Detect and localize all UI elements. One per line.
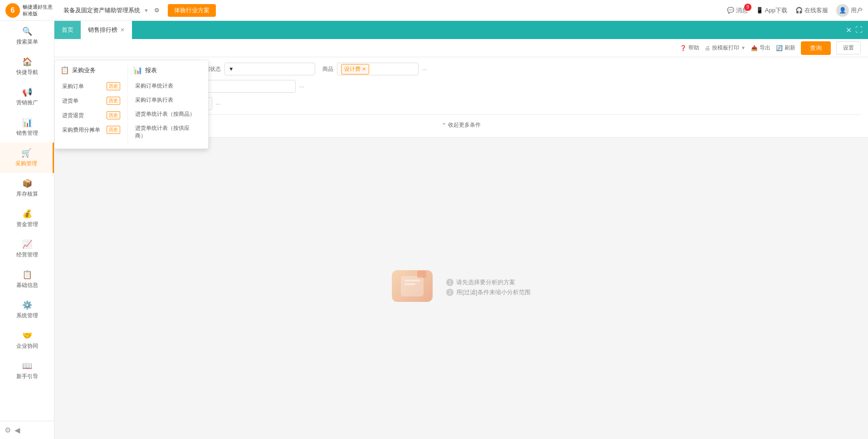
headset-icon: 🎧 bbox=[795, 7, 803, 14]
query-button[interactable]: 查询 bbox=[801, 41, 831, 55]
goods-tag-close[interactable]: ✕ bbox=[362, 66, 366, 72]
sidebar-item-purchase[interactable]: 🛒 采购管理 bbox=[0, 143, 54, 173]
empty-tip-1: 1 请先选择要分析的方案 bbox=[446, 278, 530, 286]
sidebar-item-basic[interactable]: 📋 基础信息 bbox=[0, 264, 54, 295]
history-badge-2: 历史 bbox=[107, 97, 120, 105]
header-right: 💬 消息 9 📱 App下载 🎧 在线客服 👤 用户 bbox=[727, 4, 863, 17]
collapse-sidebar-icon[interactable]: ◀ bbox=[15, 426, 20, 434]
marketing-icon: 📢 bbox=[22, 87, 32, 97]
sidebar-item-nav[interactable]: 🏠 快捷导航 bbox=[0, 51, 54, 82]
message-button[interactable]: 💬 消息 9 bbox=[727, 6, 748, 15]
tab-bar: 首页 销售排行榜 ✕ ✕ ⛶ bbox=[54, 21, 868, 39]
logo-area: 6 畅捷通好生意 标准版 bbox=[5, 3, 60, 18]
refresh-button[interactable]: 🔄 刷新 bbox=[776, 44, 795, 52]
top-header: 6 畅捷通好生意 标准版 装备及固定资产辅助管理系统 ▼ ⚙ 体验行业方案 💬 … bbox=[0, 0, 868, 21]
main-content: 1 请先选择要分析的方案 2 用[过滤]条件来缩小分析范围 bbox=[54, 138, 868, 439]
dropdown-menu: 📋 采购业务 采购订单 历史 进货单 历史 进货退货 历史 bbox=[54, 60, 209, 149]
collapse-button[interactable]: ⌃ 收起更多条件 bbox=[439, 118, 483, 132]
goods-tag: 设计费 ✕ bbox=[341, 64, 369, 74]
empty-tip-2: 2 用[过滤]条件来缩小分析范围 bbox=[446, 288, 530, 296]
sidebar-item-finance[interactable]: 💰 资金管理 bbox=[0, 203, 54, 234]
sidebar: 🔍 搜索菜单 🏠 快捷导航 📢 营销推广 📊 销售管理 🛒 采购管理 📦 库存核… bbox=[0, 21, 54, 439]
goods-filter: 商品 设计费 ✕ ··· bbox=[322, 63, 427, 75]
sales-icon: 📊 bbox=[22, 118, 32, 128]
refresh-icon: 🔄 bbox=[776, 45, 783, 51]
message-icon: 💬 bbox=[727, 7, 734, 14]
sidebar-item-system[interactable]: ⚙️ 系统管理 bbox=[0, 295, 54, 325]
sidebar-item-sales[interactable]: 📊 销售管理 bbox=[0, 112, 54, 143]
tip-num-1: 1 bbox=[446, 279, 454, 286]
history-badge-3: 历史 bbox=[107, 111, 120, 119]
print-button[interactable]: 🖨 按模板打印 ▼ bbox=[705, 44, 746, 52]
salesperson-more-icon[interactable]: ··· bbox=[299, 83, 304, 90]
tab-maximize-icon[interactable]: ⛶ bbox=[855, 26, 863, 34]
menu-item-incoming[interactable]: 进货单 历史 bbox=[60, 94, 122, 108]
app-download-button[interactable]: 📱 App下载 bbox=[756, 6, 787, 15]
goods-more-icon[interactable]: ··· bbox=[422, 66, 427, 73]
customer-more-icon[interactable]: ··· bbox=[216, 100, 221, 107]
sidebar-item-inventory[interactable]: 📦 库存核算 bbox=[0, 173, 54, 203]
collapse-up-icon: ⌃ bbox=[442, 122, 446, 128]
content-area: 首页 销售排行榜 ✕ ✕ ⛶ ❓ 帮助 🖨 按模板打印 ▼ 📤 bbox=[54, 21, 868, 439]
operations-icon: 📈 bbox=[22, 239, 32, 249]
tab-close-all-icon[interactable]: ✕ bbox=[846, 26, 852, 35]
goods-input[interactable]: 设计费 ✕ bbox=[337, 63, 419, 75]
system-title-area: 装备及固定资产辅助管理系统 ▼ ⚙ 体验行业方案 bbox=[63, 4, 216, 17]
print-icon: 🖨 bbox=[705, 45, 710, 51]
empty-illustration bbox=[392, 270, 437, 306]
message-badge: 9 bbox=[744, 4, 751, 11]
settings-button[interactable]: 设置 bbox=[836, 41, 861, 54]
title-dropdown-icon[interactable]: ▼ bbox=[144, 8, 149, 13]
tab-sales-ranking[interactable]: 销售排行榜 ✕ bbox=[81, 21, 132, 39]
menu-item-incoming-by-supplier[interactable]: 进货单统计表（按供应商） bbox=[133, 121, 201, 143]
menu-item-purchase-fee[interactable]: 采购费用分摊单 历史 bbox=[60, 123, 122, 137]
tab-home[interactable]: 首页 bbox=[54, 21, 81, 39]
search-icon: 🔍 bbox=[22, 26, 32, 36]
menu-section-report: 📊 报表 采购订单统计表 采购订单执行表 进货单统计表（按商品） 进货单统计表（… bbox=[127, 66, 207, 143]
empty-state: 1 请先选择要分析的方案 2 用[过滤]条件来缩小分析范围 bbox=[392, 270, 530, 306]
menu-item-incoming-return[interactable]: 进货退货 历史 bbox=[60, 108, 122, 123]
tab-close-icon[interactable]: ✕ bbox=[120, 27, 125, 33]
menu-section2-header: 📊 报表 bbox=[133, 66, 201, 74]
sidebar-item-marketing[interactable]: 📢 营销推广 bbox=[0, 82, 54, 112]
user-button[interactable]: 👤 用户 bbox=[836, 4, 863, 17]
phone-icon: 📱 bbox=[756, 7, 763, 14]
sidebar-item-guide[interactable]: 📖 新手引导 bbox=[0, 355, 54, 386]
status-filter: 单据状态 ▼ bbox=[199, 63, 315, 75]
export-icon: 📤 bbox=[751, 45, 758, 51]
system-icon: ⚙️ bbox=[22, 300, 32, 310]
purchase-icon: 🛒 bbox=[21, 148, 31, 158]
gear-icon[interactable]: ⚙ bbox=[154, 7, 160, 14]
menu-item-incoming-by-goods[interactable]: 进货单统计表（按商品） bbox=[133, 107, 201, 121]
help-icon: ❓ bbox=[680, 45, 687, 51]
finance-icon: 💰 bbox=[22, 209, 32, 219]
help-button[interactable]: ❓ 帮助 bbox=[680, 44, 699, 52]
empty-tips: 1 请先选择要分析的方案 2 用[过滤]条件来缩小分析范围 bbox=[446, 278, 530, 298]
sidebar-item-search[interactable]: 🔍 搜索菜单 bbox=[0, 21, 54, 51]
sidebar-item-cooperation[interactable]: 🤝 企业协同 bbox=[0, 325, 54, 355]
menu-item-purchase-order-exec[interactable]: 采购订单执行表 bbox=[133, 93, 201, 107]
industry-button[interactable]: 体验行业方案 bbox=[168, 4, 216, 17]
menu-section1-header: 📋 采购业务 bbox=[60, 66, 122, 74]
system-title: 装备及固定资产辅助管理系统 bbox=[63, 6, 140, 15]
guide-icon: 📖 bbox=[22, 361, 32, 371]
online-service-button[interactable]: 🎧 在线客服 bbox=[795, 6, 828, 15]
basic-icon: 📋 bbox=[22, 270, 32, 280]
history-badge-4: 历史 bbox=[107, 126, 120, 134]
logo-text: 畅捷通好生意 标准版 bbox=[23, 4, 53, 17]
sidebar-item-operations[interactable]: 📈 经营管理 bbox=[0, 234, 54, 264]
menu-item-purchase-order-stat[interactable]: 采购订单统计表 bbox=[133, 79, 201, 93]
salesperson-input[interactable] bbox=[205, 80, 296, 93]
menu-item-purchase-order[interactable]: 采购订单 历史 bbox=[60, 79, 122, 94]
page-toolbar: ❓ 帮助 🖨 按模板打印 ▼ 📤 导出 🔄 刷新 查询 设置 bbox=[54, 39, 868, 57]
report-menu-icon: 📊 bbox=[133, 66, 142, 74]
status-input[interactable]: ▼ bbox=[224, 63, 315, 75]
settings-bottom-icon[interactable]: ⚙ bbox=[5, 426, 11, 434]
print-dropdown-icon[interactable]: ▼ bbox=[741, 45, 746, 50]
tip-num-2: 2 bbox=[446, 289, 454, 296]
purchase-menu-icon: 📋 bbox=[60, 66, 69, 74]
export-button[interactable]: 📤 导出 bbox=[751, 44, 770, 52]
logo-icon: 6 bbox=[5, 3, 20, 18]
sidebar-bottom: ⚙ ◀ bbox=[0, 421, 54, 439]
tab-bar-actions: ✕ ⛶ bbox=[840, 21, 868, 39]
